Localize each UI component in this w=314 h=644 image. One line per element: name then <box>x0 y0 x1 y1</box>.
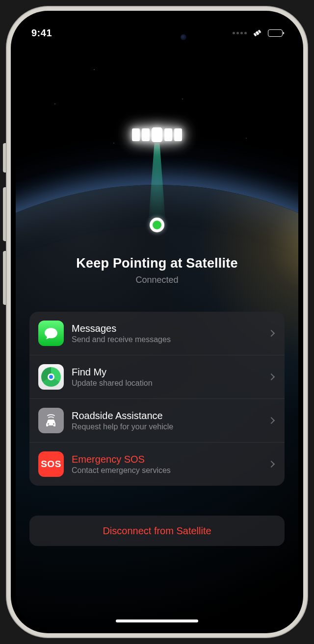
location-marker <box>150 218 164 232</box>
option-subtitle: Contact emergency services <box>72 466 261 475</box>
option-roadside-assistance[interactable]: Roadside Assistance Request help for you… <box>29 399 285 443</box>
option-find-my[interactable]: Find My Update shared location <box>29 355 285 399</box>
sos-icon: SOS <box>38 451 64 477</box>
device-frame: 9:41 Keep Pointing at Satellite Connecte… <box>6 6 308 638</box>
option-title: Roadside Assistance <box>72 410 261 421</box>
page-title: Keep Pointing at Satellite <box>16 256 298 271</box>
option-title: Find My <box>72 367 261 378</box>
heading-area: Keep Pointing at Satellite Connected <box>16 256 298 285</box>
option-title: Emergency SOS <box>72 454 261 465</box>
cellular-dots-icon <box>233 32 247 34</box>
connection-status: Connected <box>16 275 298 285</box>
disconnect-label: Disconnect from Satellite <box>103 525 211 537</box>
status-time: 9:41 <box>31 27 52 39</box>
messages-icon <box>38 321 64 346</box>
home-indicator[interactable] <box>116 619 198 622</box>
option-subtitle: Send and receive messages <box>72 335 261 344</box>
option-title: Messages <box>72 323 261 334</box>
option-subtitle: Update shared location <box>72 379 261 388</box>
options-card: Messages Send and receive messages Find … <box>29 312 285 486</box>
chevron-right-icon <box>268 330 275 337</box>
option-subtitle: Request help for your vehicle <box>72 422 261 431</box>
disconnect-button[interactable]: Disconnect from Satellite <box>29 516 285 546</box>
chevron-right-icon <box>268 461 275 468</box>
satellite-status-icon <box>253 29 261 36</box>
svg-point-1 <box>53 423 54 425</box>
roadside-icon <box>38 408 64 433</box>
screen: 9:41 Keep Pointing at Satellite Connecte… <box>16 16 298 628</box>
find-my-icon <box>38 364 64 390</box>
satellite-icon <box>132 127 182 142</box>
svg-point-0 <box>48 423 49 425</box>
chevron-right-icon <box>268 417 275 424</box>
chevron-right-icon <box>268 373 275 380</box>
dynamic-island <box>121 27 193 47</box>
option-messages[interactable]: Messages Send and receive messages <box>29 312 285 355</box>
battery-icon <box>268 29 283 37</box>
option-emergency-sos[interactable]: SOS Emergency SOS Contact emergency serv… <box>29 443 285 486</box>
